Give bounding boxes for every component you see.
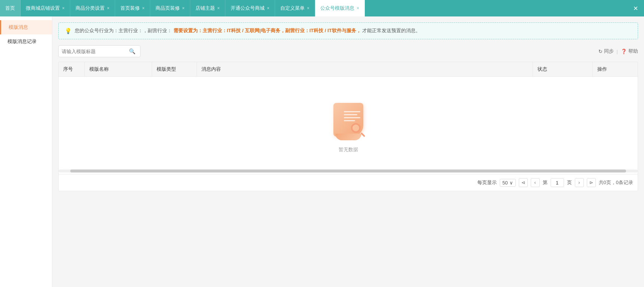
tab-home-decoration-close[interactable]: ×	[142, 6, 145, 11]
page-suffix: 页	[567, 179, 572, 186]
last-page-icon: ⊳	[589, 180, 593, 185]
main-layout: 模版消息 模版消息记录 💡 您的公众号行业为：主营行业：，副营行业： 需要设置为…	[0, 16, 644, 287]
help-button[interactable]: ❓ 帮助	[621, 48, 638, 55]
notice-text: 您的公众号行业为：主营行业：，副营行业： 需要设置为：主营行业：IT科技 / 互…	[75, 27, 420, 34]
main-content: 💡 您的公众号行业为：主营行业：，副营行业： 需要设置为：主营行业：IT科技 /…	[52, 16, 644, 287]
search-actions: ↻ 同步 | ❓ 帮助	[598, 48, 638, 55]
help-circle-icon: ❓	[621, 49, 627, 54]
first-page-button[interactable]: ⊲	[519, 178, 528, 187]
sync-icon: ↻	[598, 49, 603, 54]
sidebar-item-template-message[interactable]: 模版消息	[0, 20, 52, 34]
magnify-circle	[351, 123, 361, 133]
help-label: 帮助	[628, 48, 638, 55]
tab-category-settings[interactable]: 商品分类设置 ×	[70, 0, 115, 16]
pagination: 每页显示 50 ∨ ⊲ ‹ 第 页 › ⊳	[59, 174, 638, 191]
table-header: 序号 模版名称 模版类型 消息内容 状态 操作	[59, 62, 638, 77]
empty-state: 暂无数据	[59, 77, 638, 168]
page-size-select[interactable]: 50 ∨	[500, 179, 515, 187]
scroll-line-4	[344, 120, 355, 121]
search-input[interactable]	[62, 49, 129, 54]
scrollbar-thumb[interactable]	[70, 170, 626, 172]
page-size-dropdown-icon: ∨	[509, 180, 513, 186]
tab-category-settings-close[interactable]: ×	[107, 6, 110, 11]
next-page-button[interactable]: ›	[575, 178, 584, 187]
th-status: 状态	[533, 62, 593, 76]
th-action: 操作	[593, 62, 638, 76]
tab-product-decoration-close[interactable]: ×	[182, 6, 185, 11]
top-navigation: 首页 微商城店铺设置 × 商品分类设置 × 首页装修 × 商品页装修 × 店铺主…	[0, 0, 644, 16]
page-prefix: 第	[543, 179, 548, 186]
next-page-icon: ›	[579, 180, 580, 185]
industry-notice: 💡 您的公众号行业为：主营行业：，副营行业： 需要设置为：主营行业：IT科技 /…	[58, 22, 638, 39]
sync-label: 同步	[604, 48, 614, 55]
page-size-value: 50	[502, 180, 508, 186]
tab-product-decoration[interactable]: 商品页装修 ×	[150, 0, 190, 16]
scroll-lines	[344, 111, 360, 121]
notice-highlight: 需要设置为：主营行业：IT科技 / 互联网|电子商务，副营行业：IT科技 / I…	[173, 28, 361, 33]
search-bar: 🔍 ↻ 同步 | ❓ 帮助	[58, 45, 638, 57]
tab-home-label: 首页	[5, 5, 15, 12]
magnify-handle	[360, 132, 365, 137]
sidebar-item-template-record[interactable]: 模版消息记录	[0, 34, 52, 49]
page-size-label: 每页显示	[477, 179, 497, 186]
page-total: 共0页，0条记录	[599, 179, 633, 186]
tab-shop-settings-close[interactable]: ×	[62, 6, 65, 11]
tab-home-decoration[interactable]: 首页装修 ×	[115, 0, 150, 16]
scroll-line-1	[344, 111, 360, 112]
tab-shop-theme-close[interactable]: ×	[217, 6, 220, 11]
th-index: 序号	[59, 62, 85, 76]
tab-template-message-label: 公众号模版消息	[320, 5, 354, 12]
current-page-input[interactable]	[551, 178, 564, 187]
tab-open-wechat-shop-label: 开通公众号商城	[231, 5, 265, 12]
sidebar-item-template-message-label: 模版消息	[9, 24, 28, 30]
tab-custom-menu-label: 自定义菜单	[280, 5, 305, 12]
tab-home-decoration-label: 首页装修	[120, 5, 140, 12]
tab-custom-menu-close[interactable]: ×	[307, 6, 309, 11]
tab-category-settings-label: 商品分类设置	[76, 5, 105, 12]
notice-suffix: 才能正常发送预置的消息。	[362, 28, 420, 33]
scroll-line-2	[344, 114, 357, 115]
th-content: 消息内容	[197, 62, 533, 76]
prev-page-button[interactable]: ‹	[531, 178, 540, 187]
sidebar-item-template-record-label: 模版消息记录	[7, 39, 37, 44]
tab-shop-theme[interactable]: 店铺主题 ×	[190, 0, 225, 16]
last-page-button[interactable]: ⊳	[587, 178, 596, 187]
horizontal-scrollbar[interactable]	[59, 170, 638, 172]
notice-bulb-icon: 💡	[65, 28, 72, 34]
action-divider: |	[617, 49, 618, 54]
tab-home[interactable]: 首页	[0, 0, 21, 16]
tab-template-message-close[interactable]: ×	[357, 6, 359, 11]
th-name: 模版名称	[85, 62, 152, 76]
tab-shop-settings[interactable]: 微商城店铺设置 ×	[21, 0, 70, 16]
tab-custom-menu[interactable]: 自定义菜单 ×	[275, 0, 315, 16]
tab-open-wechat-shop-close[interactable]: ×	[267, 6, 269, 11]
first-page-icon: ⊲	[521, 180, 525, 185]
search-icon[interactable]: 🔍	[129, 48, 135, 54]
th-type: 模版类型	[152, 62, 197, 76]
magnify-glass-icon	[351, 123, 365, 137]
empty-illustration	[328, 99, 369, 140]
tab-shop-settings-label: 微商城店铺设置	[26, 5, 60, 12]
prev-page-icon: ‹	[534, 180, 536, 185]
tab-product-decoration-label: 商品页装修	[155, 5, 180, 12]
sidebar: 模版消息 模版消息记录	[0, 16, 52, 287]
global-close-button[interactable]: ✕	[627, 5, 644, 12]
notice-prefix: 您的公众号行业为：主营行业：，副营行业：	[75, 28, 172, 33]
tab-open-wechat-shop[interactable]: 开通公众号商城 ×	[225, 0, 275, 16]
tab-template-message[interactable]: 公众号模版消息 ×	[315, 0, 365, 16]
scroll-line-3	[344, 117, 360, 118]
empty-text: 暂无数据	[339, 146, 358, 153]
template-table: 序号 模版名称 模版类型 消息内容 状态 操作	[58, 62, 638, 191]
sync-button[interactable]: ↻ 同步	[598, 48, 614, 55]
tab-shop-theme-label: 店铺主题	[195, 5, 215, 12]
search-input-wrap[interactable]: 🔍	[58, 45, 141, 57]
